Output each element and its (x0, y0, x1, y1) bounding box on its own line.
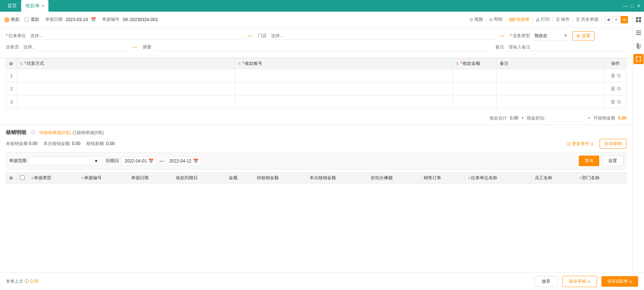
row-1-note[interactable] (497, 69, 605, 82)
sidebar-table-icon[interactable] (633, 15, 644, 25)
form-settings-button[interactable]: ⚙ 设置 (572, 31, 594, 40)
receipt-table: ⚙ ⇅ *结算方式 ⇅ *收款账号 ⇅ *收款金额 备注 操 (6, 58, 627, 109)
info-icon[interactable]: ⓘ (31, 130, 35, 136)
row-2-amount[interactable] (453, 82, 497, 95)
section-title: 核销明细 (6, 129, 26, 136)
row-3-account[interactable] (235, 95, 453, 109)
col-gear-bottom[interactable]: ⚙ (6, 173, 17, 184)
sidebar-list-icon[interactable] (633, 28, 644, 38)
date-to-input[interactable]: 2022-04-12 📅 (166, 157, 201, 165)
layout-prev-icon[interactable]: ◀ (605, 16, 612, 23)
row-2-note[interactable] (497, 82, 605, 95)
select-all-checkbox[interactable] (20, 175, 25, 180)
col-doc-date: 单据日期 (128, 173, 173, 184)
doc-range-select[interactable]: ▼ (29, 157, 102, 165)
row-2-settle[interactable] (17, 82, 235, 95)
divider6 (601, 17, 602, 22)
date-calendar-icon[interactable]: 📅 (91, 17, 96, 22)
row-3-delete-icon[interactable]: 🗑 (610, 99, 616, 105)
receipt-radio[interactable]: 收款 (4, 16, 20, 23)
auto-writeoff-button[interactable]: 自动核销 (600, 139, 627, 149)
tab-close-icon[interactable]: × (42, 4, 44, 8)
summary-input[interactable] (154, 43, 490, 51)
close-button[interactable]: ✕ (637, 3, 641, 9)
cash-discount-input[interactable] (549, 114, 585, 122)
sidebar-attach-icon[interactable] (633, 41, 644, 51)
row-2-account[interactable] (235, 82, 453, 95)
col-gear[interactable]: ⚙ (6, 58, 17, 69)
filter-settings-button[interactable]: 设置 (602, 156, 623, 166)
store-input[interactable] (269, 32, 498, 40)
maximize-button[interactable]: □ (631, 3, 634, 9)
row-3-copy-icon[interactable]: ⧉ (617, 99, 621, 105)
due-date-field: 到期日 2022-04-01 📅 — 2022-04-12 📅 (106, 157, 202, 165)
partner-more-btn[interactable]: ··· (248, 33, 252, 39)
footer-info: 本单上欠 ⓘ 0.00 (6, 278, 39, 285)
save-new-button[interactable]: 保存&新增 ∧ (601, 276, 638, 287)
discard-button[interactable]: 放弃 (534, 276, 558, 287)
row-2-delete-icon[interactable]: 🗑 (610, 86, 616, 92)
bottom-table: ⚙ ⇅单据类型 ⇅单据编号 单据日期 (6, 172, 627, 184)
history-action[interactable]: ☰ 历史单据 (576, 16, 598, 23)
staff-more-btn[interactable]: ··· (133, 44, 137, 50)
help-action[interactable]: ⊙ 帮助 (489, 16, 503, 23)
business-type-select[interactable]: 预收款 ▼ (532, 32, 570, 40)
col-account: ⇅ *收款账号 (235, 58, 453, 69)
row-1-delete-icon[interactable]: 🗑 (610, 72, 616, 79)
filter-row: 单据范围 ▼ 到期日 2022-04-01 📅 — 2022-04-12 (6, 152, 627, 169)
print-action[interactable]: 🖨 打印 (535, 16, 550, 23)
col-thistime-amount: 本次核销金额 (306, 173, 368, 184)
col-settle: ⇅ *结算方式 (17, 58, 235, 69)
col-sales-order: 销售订单 (420, 173, 465, 184)
doc-date-field: 单据日期 2023-03-24 📅 (45, 16, 96, 23)
sidebar-expand-icon[interactable] (633, 54, 644, 64)
row-3-action: 🗑 ⧉ (605, 95, 627, 109)
store-field: 门店 ··· (258, 32, 504, 40)
staff-field: 业务员 ··· (6, 43, 137, 51)
svg-rect-1 (639, 17, 641, 19)
table-row: 1 🗑 ⧉ (6, 69, 627, 82)
operation-action[interactable]: ☰ 操作 (556, 16, 570, 23)
date-range: 2022-04-01 📅 — 2022-04-12 📅 (121, 157, 202, 165)
row-3-amount[interactable] (453, 95, 497, 109)
store-more-btn[interactable]: ··· (500, 33, 504, 39)
row-1-amount[interactable] (453, 69, 497, 82)
minimize-button[interactable]: — (623, 3, 628, 9)
row-1-account[interactable] (235, 69, 453, 82)
tab-receipt[interactable]: 收款单 × (21, 0, 48, 12)
col-checkbox (17, 173, 28, 184)
row-3-settle[interactable] (17, 95, 235, 109)
total-label2: 现金折扣: (527, 115, 545, 121)
row-1-copy-icon[interactable]: ⧉ (617, 72, 621, 79)
video-action[interactable]: ⊙ 视频 (470, 16, 483, 23)
date-from-input[interactable]: 2022-04-01 📅 (121, 157, 157, 165)
partner-input[interactable] (28, 32, 246, 40)
row-2-copy-icon[interactable]: ⧉ (617, 86, 621, 92)
more-conditions-btn[interactable]: ⊟ 更多条件 ∧ (567, 141, 594, 147)
refund-radio[interactable]: 退款 (24, 16, 39, 23)
divider5 (573, 17, 573, 22)
total-val3: 0.00 (618, 115, 627, 121)
row-2-action: 🗑 ⧉ (605, 82, 627, 95)
svg-rect-2 (636, 20, 638, 22)
row-1-settle[interactable] (17, 69, 235, 82)
save-draft-button[interactable]: 保存草稿 ∧ (562, 276, 597, 287)
note-input[interactable] (506, 43, 627, 51)
col-action: 操作 (605, 58, 627, 69)
toolbar-actions: ⊙ 视频 ⊙ 帮助 ⌨ 快捷键 🖨 打印 ☰ 操作 (470, 16, 628, 23)
tab-done[interactable]: 已核销单据(0笔) (72, 130, 104, 136)
chevron-up-icon: ∧ (629, 279, 632, 284)
staff-input[interactable] (21, 43, 130, 51)
shortcut-action[interactable]: ⌨ 快捷键 (509, 16, 529, 23)
layout-list-icon[interactable]: ≡ (613, 16, 620, 23)
gear-icon: ⚙ (9, 61, 13, 66)
query-button[interactable]: 查询 (579, 156, 599, 166)
tab-pending[interactable]: 待核销单据(0笔) (39, 130, 71, 136)
tab-home[interactable]: 首页 (3, 0, 21, 12)
row-3-num: 3 (6, 95, 17, 109)
main-container: 收款 退款 单据日期 2023-03-24 📅 单据编号 SK-20230324… (0, 12, 632, 290)
layout-grid-icon[interactable]: ⊞ (621, 16, 628, 23)
row-3-note[interactable] (497, 95, 605, 109)
col-staff-name: 员工名称 (531, 173, 576, 184)
total-label3: 可核销金额 (593, 115, 615, 121)
